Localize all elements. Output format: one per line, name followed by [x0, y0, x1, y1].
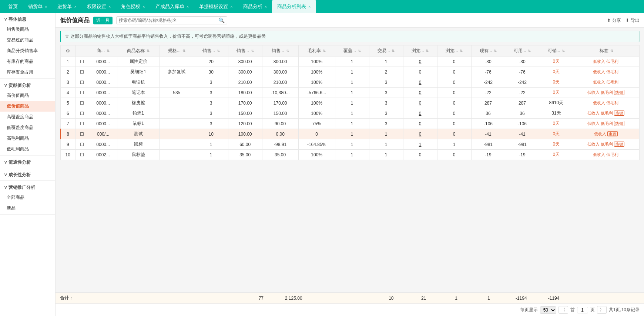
row-spec: [159, 77, 194, 88]
close-icon[interactable]: ×: [265, 4, 267, 9]
sidebar-item-高价值商品[interactable]: 高价值商品: [0, 90, 55, 101]
sidebar-item-低价值商品[interactable]: 低价值商品: [0, 101, 55, 112]
row-spec: [159, 150, 194, 160]
close-icon[interactable]: ×: [74, 4, 76, 9]
row-name: 吴细细1: [117, 67, 159, 77]
col-header-sales_qty[interactable]: 销售... ⇅: [194, 45, 228, 57]
nav-item-单据模板设置[interactable]: 单据模板设置×: [194, 0, 238, 13]
sidebar-item-交易过的商品[interactable]: 交易过的商品: [0, 35, 55, 45]
search-icon[interactable]: 🔍: [218, 17, 225, 23]
total-info: 共1页,10条记录: [609, 307, 640, 313]
col-header-checkbox[interactable]: [76, 45, 89, 57]
col-header-views2[interactable]: 浏览... ⇅: [437, 45, 471, 57]
nav-item-商品分析[interactable]: 商品分析×: [238, 0, 272, 13]
row-views2: 0: [437, 77, 471, 88]
page-size-label: 每页显示: [520, 307, 538, 313]
sidebar-item-低覆盖度商品[interactable]: 低覆盖度商品: [0, 122, 55, 133]
col-header-transactions[interactable]: 交易... ⇅: [369, 45, 403, 57]
sidebar-item-全部商品[interactable]: 全部商品: [0, 192, 55, 203]
col-header-views1[interactable]: 浏览... ⇅: [403, 45, 437, 57]
row-checkbox[interactable]: ☐: [76, 98, 89, 108]
col-header-sales_amt[interactable]: 销售... ⇅: [228, 45, 262, 57]
row-checkbox[interactable]: ☐: [76, 67, 89, 77]
col-header-current_stock[interactable]: 现有... ⇅: [471, 45, 505, 57]
sidebar-section-∨ 流通性分析[interactable]: ∨ 流通性分析: [0, 156, 55, 167]
row-views1-link[interactable]: 0: [419, 111, 422, 116]
col-header-code[interactable]: 商... ⇅: [89, 45, 117, 57]
page-number-input[interactable]: [577, 307, 588, 313]
nav-item-首页[interactable]: 首页: [3, 0, 23, 13]
row-views1-link[interactable]: 0: [419, 80, 422, 85]
sidebar-item-有库存的商品[interactable]: 有库存的商品: [0, 56, 55, 67]
sidebar-section-∨ 整体信息[interactable]: ∨ 整体信息: [0, 13, 55, 24]
row-views1-link[interactable]: 0: [419, 90, 422, 95]
table-footer: 合计： 772,125.00102111-1194-1194: [56, 292, 644, 303]
nav-item-商品分析列表[interactable]: 商品分析列表×: [272, 0, 316, 13]
sidebar-item-商品分类销售率[interactable]: 商品分类销售率: [0, 45, 55, 56]
nav-item-角色授权[interactable]: 角色授权×: [116, 0, 150, 13]
close-icon[interactable]: ×: [142, 4, 145, 9]
nav-item-产成品入库单[interactable]: 产成品入库单×: [150, 0, 194, 13]
row-views1-link[interactable]: 0: [419, 152, 422, 157]
nav-item-权限设置[interactable]: 权限设置×: [82, 0, 116, 13]
row-views1-link[interactable]: 0: [419, 121, 422, 126]
sidebar-section-∨ 营销推广分析[interactable]: ∨ 营销推广分析: [0, 181, 55, 192]
page-size-select[interactable]: 50: [540, 306, 556, 314]
row-checkbox[interactable]: ☐: [76, 77, 89, 88]
row-views1-link[interactable]: 0: [419, 101, 422, 106]
row-views1-link[interactable]: 0: [419, 132, 422, 137]
sidebar-section-∨ 贡献值分析[interactable]: ∨ 贡献值分析: [0, 79, 55, 90]
row-sales-amt: 60.00: [228, 139, 262, 150]
first-page-button[interactable]: 〈: [559, 306, 568, 314]
export-button[interactable]: ⬇ 导出: [625, 17, 640, 24]
col-header-settings[interactable]: ⚙: [60, 45, 76, 57]
table-row: 7☐0000...鼠标13120.0090.0075%1300-106-1060…: [60, 119, 640, 129]
row-sales-profit: 150.00: [262, 108, 298, 119]
row-checkbox[interactable]: ☐: [76, 88, 89, 98]
export-label: 导出: [631, 17, 640, 24]
row-checkbox[interactable]: ☐: [76, 129, 89, 139]
share-button[interactable]: ⬆ 分享: [607, 17, 621, 24]
sidebar-item-新品[interactable]: 新品: [0, 203, 55, 214]
close-icon[interactable]: ×: [108, 4, 111, 9]
nav-item-进货单[interactable]: 进货单×: [52, 0, 81, 13]
row-views1-link[interactable]: 1: [419, 142, 422, 147]
col-header-sellable[interactable]: 可销... ⇅: [539, 45, 573, 57]
table-container[interactable]: ⚙商... ⇅商品名称 ⇅规格... ⇅销售... ⇅销售... ⇅销售... …: [56, 45, 644, 292]
info-text: ☆ 这部分商品的销售收入大幅低于商品平均销售收入，价值不高，可考虑调整营销策略，…: [65, 34, 266, 39]
sidebar-item-高覆盖度商品[interactable]: 高覆盖度商品: [0, 112, 55, 122]
footer-cell-10: 21: [407, 296, 440, 301]
col-header-spec[interactable]: 规格... ⇅: [159, 45, 194, 57]
row-checkbox[interactable]: ☐: [76, 139, 89, 150]
row-views1-link[interactable]: 0: [419, 69, 422, 75]
row-available-stock: -41: [505, 129, 539, 139]
sidebar-item-低毛利商品[interactable]: 低毛利商品: [0, 144, 55, 154]
search-input[interactable]: [119, 18, 217, 23]
sidebar-section-∨ 成长性分析[interactable]: ∨ 成长性分析: [0, 169, 55, 180]
period-button[interactable]: 近一月: [93, 17, 113, 24]
col-header-coverage[interactable]: 覆盖... ⇅: [335, 45, 369, 57]
row-checkbox[interactable]: ☐: [76, 108, 89, 119]
close-icon[interactable]: ×: [187, 4, 189, 9]
nav-item-销货单[interactable]: 销货单×: [23, 0, 52, 13]
row-checkbox[interactable]: ☐: [76, 57, 89, 67]
row-transactions: 3: [369, 77, 403, 88]
col-header-tags[interactable]: 标签 ⇅: [573, 45, 640, 57]
next-page-button[interactable]: 〉: [597, 306, 607, 314]
row-checkbox[interactable]: ☐: [76, 150, 89, 160]
row-sellable: 0天: [539, 139, 573, 150]
sidebar-item-高毛利商品[interactable]: 高毛利商品: [0, 133, 55, 144]
row-checkbox[interactable]: ☐: [76, 119, 89, 129]
row-views1-link[interactable]: 0: [419, 59, 422, 64]
sidebar-item-销售类商品[interactable]: 销售类商品: [0, 24, 55, 35]
close-icon[interactable]: ×: [45, 4, 47, 9]
sidebar-item-库存资金占用[interactable]: 库存资金占用: [0, 67, 55, 78]
col-header-sales_profit[interactable]: 销售... ⇅: [262, 45, 298, 57]
close-icon[interactable]: ×: [230, 4, 232, 9]
col-header-available_stock[interactable]: 可用... ⇅: [505, 45, 539, 57]
sort-icon-spec: ⇅: [181, 49, 185, 53]
col-header-name[interactable]: 商品名称 ⇅: [117, 45, 159, 57]
row-num: 6: [60, 108, 76, 119]
col-header-gross_margin[interactable]: 毛利率 ⇅: [298, 45, 335, 57]
close-icon[interactable]: ×: [308, 4, 311, 9]
